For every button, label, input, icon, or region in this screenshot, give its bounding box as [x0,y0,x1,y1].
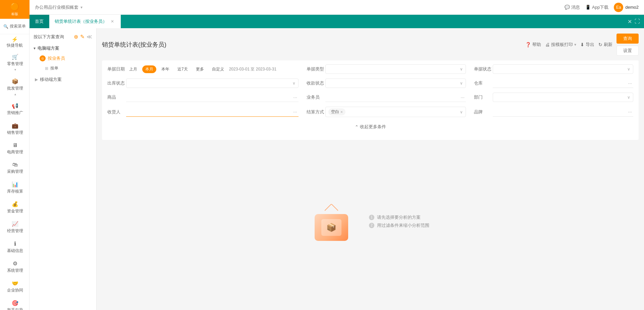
date-btn-this-month[interactable]: 本月 [142,65,156,73]
sidebar-item-ecommerce[interactable]: 🖥 电商管理 [0,139,29,158]
doc-status-select[interactable]: ∨ [493,64,633,74]
system-icon: ⚙ [13,260,17,267]
salesperson-more-btn[interactable]: ··· [459,95,466,100]
warehouse-label: 仓库 [474,80,493,86]
brand-input[interactable]: ··· [493,107,633,117]
date-btn-last7[interactable]: 近7天 [174,65,191,73]
sidebar-item-finance[interactable]: 💰 资金管理 [0,198,29,217]
query-button[interactable]: 查询 [616,34,639,44]
sidebar-item-wholesale[interactable]: 📦 批发管理 ▴ [0,75,29,99]
sales-icon: 💼 [12,122,18,129]
settings-button[interactable]: 设置 [616,46,639,56]
sidebar-item-enterprise[interactable]: 🤝 企业协同 [0,277,29,297]
doc-type-label: 单据类型 [307,66,325,72]
newbie-icon: 🎯 [12,300,18,306]
filter-row-4: 收货人 ··· 结算方式 空白 [107,107,633,117]
department-select[interactable]: ∨ [493,93,633,102]
inventory-icon: 📊 [12,181,18,188]
mobile-scheme-group-header[interactable]: ▶ 移动端方案 [30,74,96,85]
warehouse-input[interactable]: ··· [493,79,633,88]
sidebar-item-inventory[interactable]: 📊 库存核算 [0,178,29,198]
settlement-label: 结算方式 [307,109,325,115]
filter-item-salesperson: 业务员 ··· [307,93,466,102]
collapse-button[interactable]: ⌃ 收起更多条件 [355,124,386,130]
settlement-arrow: ∨ [460,110,463,114]
sidebar-item-purchase[interactable]: 🛍 采购管理 [0,158,29,178]
payment-status-select[interactable]: ∨ [325,79,466,88]
settlement-tag-close[interactable]: × [340,110,343,114]
template-print-button[interactable]: 🖨 按模板打印 ▾ [545,42,576,48]
doc-type-select[interactable]: ∨ [325,64,466,74]
page-header: 销货单统计表(按业务员) ❓ 帮助 🖨 按模板打印 ▾ ⬇ 导出 [102,34,639,56]
sidebar-item-operations[interactable]: 📈 经营管理 [0,217,29,237]
retail-icon: 🛒 [12,54,18,60]
filter-item-brand: 品牌 ··· [474,107,633,117]
refresh-button[interactable]: ↻ 刷新 [598,42,612,48]
goods-more-btn[interactable]: ··· [292,95,299,100]
goods-input[interactable]: ··· [126,93,299,102]
date-btn-more[interactable]: 更多 [193,65,207,73]
scheme-sub-item-order[interactable]: ⊞ 按单 [30,63,96,73]
purchase-icon: 🛍 [12,162,18,168]
brand-more-btn[interactable]: ··· [627,109,633,114]
doc-status-label: 单据状态 [474,66,493,72]
help-button[interactable]: ❓ 帮助 [525,42,541,48]
app-download-button[interactable]: 📱 App下载 [585,4,608,10]
sales-stats-tab-label: 销货单统计表（按业务员） [55,18,107,24]
receiver-input[interactable]: ··· [126,107,299,117]
tab-sales-stats[interactable]: 销货单统计表（按业务员） ✕ [49,15,121,28]
message-icon: 💬 [565,5,570,10]
user-profile[interactable]: Ea demo2 [614,3,639,12]
collapse-panel-button[interactable]: ≪ [87,34,92,40]
settlement-select[interactable]: 空白 × ∨ [325,107,466,117]
warehouse-more-btn[interactable]: ··· [627,81,633,86]
sidebar-item-basic[interactable]: ℹ 基础信息 [0,237,29,257]
doc-type-arrow: ∨ [460,67,463,71]
refresh-icon: ↻ [598,42,602,47]
topbar-title-text: 办公用品行业模拟账套 [35,4,78,10]
quick-nav-button[interactable]: ⚡ 快捷导航 [0,34,29,50]
date-label: 单据日期 [107,66,126,72]
department-label: 部门 [474,94,493,100]
out-status-select[interactable]: ∨ [126,79,299,88]
left-panel-header: 按以下方案查询 ⊕ ✎ ≪ [30,32,96,42]
date-btn-custom[interactable]: 自定义 [209,65,227,73]
collapse-icon: ⌃ [355,124,359,130]
order-sub-icon: ⊞ [45,66,48,71]
scheme-item-salesperson[interactable]: ◎ 按业务员 [30,53,96,63]
salesperson-scheme-icon: ◎ [40,55,46,61]
app-logo[interactable]: 🟠 标版 [0,0,30,19]
filter-item-department: 部门 ∨ [474,93,633,102]
export-button[interactable]: ⬇ 导出 [580,42,594,48]
tab-maximize-button[interactable]: ⛶ [635,18,640,24]
empty-hints: 1 请先选择要分析的方案 2 用过滤条件来缩小分析范围 [369,214,429,230]
tab-home[interactable]: 首页 [30,15,49,28]
sidebar-item-retail[interactable]: 🛒 零售管理 ▾ [0,50,29,75]
message-button[interactable]: 💬 消息 [565,4,580,10]
filter-item-warehouse: 仓库 ··· [474,79,633,88]
sidebar-item-system[interactable]: ⚙ 系统管理 [0,257,29,277]
topbar-dropdown-arrow[interactable]: ▾ [80,5,83,10]
date-btn-last-month[interactable]: 上月 [126,65,140,73]
hint-1-num: 1 [369,215,374,220]
sidebar-item-sales[interactable]: 💼 销售管理 [0,119,29,139]
add-scheme-button[interactable]: ⊕ [74,34,78,40]
sidebar-item-newbie[interactable]: 🎯 新手引导 [0,297,29,310]
wholesale-icon: 📦 [12,78,18,85]
desktop-scheme-group-header[interactable]: ▾ 电脑端方案 [30,43,96,53]
salesperson-input[interactable]: ··· [325,93,466,102]
edit-scheme-button[interactable]: ✎ [80,34,85,40]
receiver-label: 收货人 [107,109,126,115]
filter-item-doc-type: 单据类型 ∨ [307,64,466,74]
logo-text: 标版 [11,12,18,16]
enterprise-icon: 🤝 [12,280,18,287]
desktop-scheme-group: ▾ 电脑端方案 ◎ 按业务员 ⊞ 按单 [30,43,96,73]
date-btn-this-year[interactable]: 本年 [158,65,172,73]
sidebar-item-marketing[interactable]: 📢 营销推广 [0,99,29,119]
tab-close-window-button[interactable]: ✕ [628,18,632,25]
empty-hint-1: 1 请先选择要分析的方案 [369,214,429,220]
search-menu-button[interactable]: 🔍 搜索菜单 [3,21,26,31]
receiver-more-btn[interactable]: ··· [292,109,299,114]
export-icon: ⬇ [580,42,584,47]
tab-close-button[interactable]: ✕ [110,19,115,24]
